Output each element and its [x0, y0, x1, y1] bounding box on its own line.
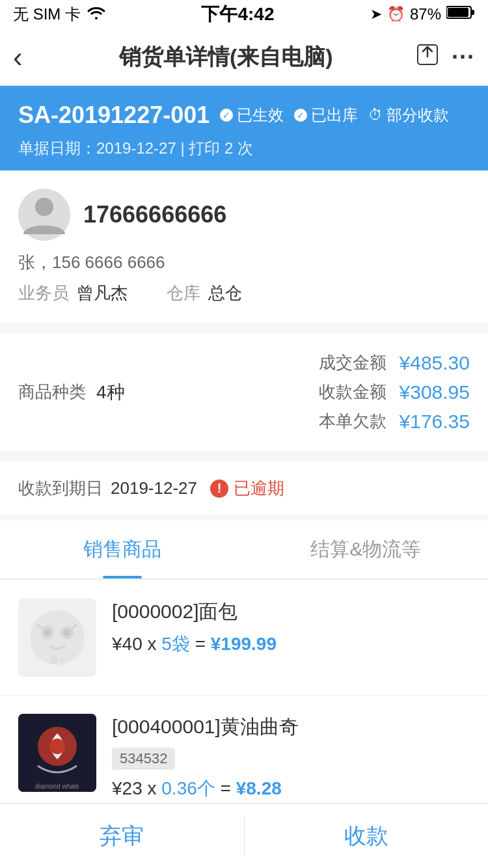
product-image-2: diamond whale	[18, 714, 96, 792]
collect-payment-button[interactable]: 收款	[245, 804, 489, 868]
alarm-icon: ⏰	[387, 6, 405, 23]
customer-info-row: 业务员 曾凡杰 仓库 总仓	[18, 282, 470, 305]
avatar	[18, 189, 70, 241]
product-qty-1: 5袋	[161, 634, 190, 654]
debt-value: ¥176.35	[400, 411, 470, 433]
battery-text: 87%	[410, 5, 441, 23]
product-item: 草+ [0000002]面包 ¥40 x 5袋 = ¥199.99	[0, 580, 488, 696]
collected-label: 收款金额	[319, 381, 386, 403]
product-tag-2: 534532	[112, 748, 175, 770]
amount-line: 成交金额 ¥485.30	[319, 351, 470, 374]
clock-icon: ⏱	[368, 107, 383, 124]
product-item: diamond whale [000400001]黄油曲奇 534532 ¥23…	[0, 696, 488, 820]
tab-sales-products[interactable]: 销售商品	[0, 521, 244, 578]
tab-settlement[interactable]: 结算&物流等	[244, 521, 488, 578]
product-info-2: [000400001]黄油曲奇 534532 ¥23 x 0.36个 = ¥8.…	[112, 714, 470, 801]
amount-label: 成交金额	[319, 351, 386, 374]
order-id: SA-20191227-001	[18, 102, 210, 129]
svg-text:diamond whale: diamond whale	[35, 783, 79, 790]
check-icon-1: ✓	[220, 109, 233, 122]
product-total-2: ¥8.28	[236, 778, 282, 798]
svg-point-9	[44, 629, 51, 636]
tabs-bar: 销售商品 结算&物流等	[0, 521, 488, 579]
cancel-review-label: 弃审	[100, 821, 144, 851]
order-header-banner: SA-20191227-001 ✓ 已生效 ✓ 已出库 ⏱ 部分收款 单据日期：…	[0, 86, 488, 170]
product-name-1: [0000002]面包	[112, 599, 470, 625]
product-price-1: ¥40 x 5袋 = ¥199.99	[112, 632, 470, 657]
wifi-icon	[87, 5, 105, 23]
product-price-2: ¥23 x 0.36个 = ¥8.28	[112, 776, 470, 801]
overdue-badge: ! 已逾期	[210, 477, 284, 500]
collected-value: ¥308.95	[400, 381, 470, 403]
more-icon[interactable]: ···	[452, 44, 475, 71]
svg-point-10	[64, 629, 70, 636]
summary-section: 商品种类 4种 成交金额 ¥485.30 收款金额 ¥308.95 本单欠款 ¥…	[0, 333, 488, 451]
svg-point-5	[35, 198, 53, 216]
order-id-row: SA-20191227-001 ✓ 已生效 ✓ 已出库 ⏱ 部分收款	[18, 102, 470, 129]
status-bar: 无 SIM 卡 下午4:42 ➤ ⏰ 87%	[0, 0, 488, 29]
product-total-1: ¥199.99	[211, 634, 277, 654]
sales-label: 业务员	[18, 282, 69, 305]
amount-value: ¥485.30	[400, 352, 470, 374]
time-display: 下午4:42	[201, 2, 274, 27]
battery-icon	[446, 5, 475, 23]
nav-bar: ‹ 销货单详情(来自电脑) ···	[0, 29, 488, 86]
svg-rect-1	[471, 10, 474, 15]
debt-label: 本单欠款	[319, 410, 386, 433]
product-image-1: 草+	[18, 599, 96, 677]
nav-actions: ···	[416, 44, 475, 71]
product-name-2: [000400001]黄油曲奇	[112, 714, 470, 740]
product-type-label: 商品种类	[18, 381, 86, 403]
due-label: 收款到期日	[18, 477, 103, 500]
warehouse-value: 总仓	[208, 282, 242, 305]
bottom-action-bar: 弃审 收款	[0, 803, 488, 868]
check-icon-2: ✓	[294, 109, 307, 122]
tab-settlement-label: 结算&物流等	[310, 538, 421, 560]
customer-name-row: 17666666666	[18, 189, 470, 241]
warehouse-label: 仓库	[167, 282, 200, 305]
tab-active-indicator	[103, 576, 142, 578]
status-badge-2: ✓ 已出库	[294, 105, 358, 126]
svg-text:草+: 草+	[50, 655, 64, 666]
customer-name-phone: 张，156 6666 6666	[18, 251, 470, 274]
product-qty-2: 0.36个	[161, 778, 215, 798]
svg-rect-2	[448, 8, 468, 17]
page-title: 销货单详情(来自电脑)	[36, 42, 416, 72]
carrier-text: 无 SIM 卡	[13, 4, 81, 25]
status-badge-3: ⏱ 部分收款	[368, 105, 449, 126]
sales-info: 业务员 曾凡杰	[18, 282, 128, 305]
tab-sales-label: 销售商品	[83, 538, 161, 560]
summary-row: 商品种类 4种 成交金额 ¥485.30 收款金额 ¥308.95 本单欠款 ¥…	[18, 351, 470, 433]
product-type-info: 商品种类 4种	[18, 380, 125, 405]
collected-line: 收款金额 ¥308.95	[319, 381, 470, 403]
warehouse-info: 仓库 总仓	[167, 282, 242, 305]
status-badge-1: ✓ 已生效	[220, 105, 284, 126]
amount-summary: 成交金额 ¥485.30 收款金额 ¥308.95 本单欠款 ¥176.35	[319, 351, 470, 433]
due-date-value: 2019-12-27	[111, 478, 197, 498]
due-date-section: 收款到期日 2019-12-27 ! 已逾期	[0, 461, 488, 515]
status-bar-right: ➤ ⏰ 87%	[370, 5, 475, 23]
share-icon[interactable]	[416, 44, 439, 71]
product-list: 草+ [0000002]面包 ¥40 x 5袋 = ¥199.99 diamon…	[0, 580, 488, 820]
collect-payment-label: 收款	[344, 821, 388, 851]
sales-value: 曾凡杰	[77, 282, 128, 305]
product-type-value: 4种	[96, 380, 125, 405]
debt-line: 本单欠款 ¥176.35	[319, 410, 470, 433]
product-info-1: [0000002]面包 ¥40 x 5袋 = ¥199.99	[112, 599, 470, 657]
header-date-row: 单据日期：2019-12-27 | 打印 2 次	[18, 138, 470, 159]
svg-point-14	[49, 739, 65, 754]
customer-phone: 17666666666	[83, 201, 226, 228]
back-button[interactable]: ‹	[13, 34, 36, 80]
cancel-review-button[interactable]: 弃审	[0, 804, 244, 868]
location-icon: ➤	[370, 6, 382, 23]
customer-section: 17666666666 张，156 6666 6666 业务员 曾凡杰 仓库 总…	[0, 170, 488, 323]
overdue-icon: !	[210, 480, 228, 498]
status-bar-left: 无 SIM 卡	[13, 4, 105, 25]
overdue-text: 已逾期	[234, 477, 284, 500]
